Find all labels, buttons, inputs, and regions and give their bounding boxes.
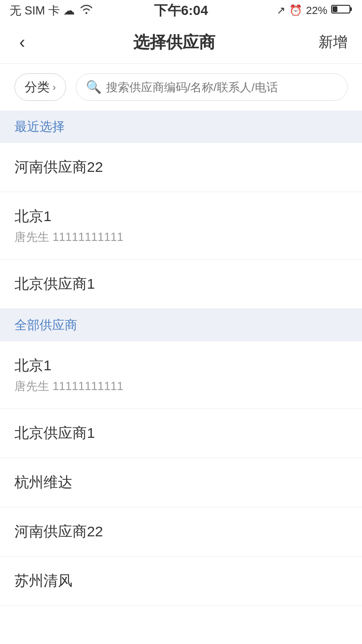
- search-input[interactable]: [106, 81, 337, 94]
- search-icon: 🔍: [86, 80, 101, 95]
- nav-bar: ‹ 选择供应商 新增: [0, 21, 362, 64]
- back-button[interactable]: ‹: [14, 28, 30, 57]
- svg-rect-2: [333, 6, 337, 12]
- list-item[interactable]: 北京1唐先生 11111111111: [0, 341, 362, 409]
- battery-label: 22%: [306, 4, 327, 17]
- item-name: 苏州清风: [14, 571, 348, 591]
- search-area: 分类 › 🔍: [0, 64, 362, 111]
- list-item[interactable]: 北京供应商1: [0, 260, 362, 309]
- status-left: 无 SIM 卡 ☁: [10, 3, 94, 18]
- category-button[interactable]: 分类 ›: [14, 73, 66, 101]
- item-name: 北京供应商1: [14, 423, 348, 443]
- battery-icon: [331, 4, 352, 17]
- alarm-icon: ⏰: [289, 4, 302, 17]
- item-name: 河南供应商22: [14, 522, 348, 542]
- list-item[interactable]: 杭州维达: [0, 458, 362, 507]
- item-name: 杭州维达: [14, 473, 348, 492]
- status-right: ↗ ⏰ 22%: [277, 4, 352, 17]
- item-name: 北京供应商1: [14, 274, 348, 294]
- item-sub: 唐先生 11111111111: [14, 229, 348, 245]
- all-list: 北京1唐先生 11111111111北京供应商1杭州维达河南供应商22苏州清风: [0, 341, 362, 606]
- list-item[interactable]: 北京1唐先生 11111111111: [0, 192, 362, 260]
- svg-rect-1: [350, 7, 352, 11]
- item-sub: 唐先生 11111111111: [14, 378, 348, 394]
- list-item[interactable]: 河南供应商22: [0, 507, 362, 557]
- page-title: 选择供应商: [133, 31, 215, 54]
- item-name: 河南供应商22: [14, 157, 348, 177]
- search-box: 🔍: [76, 73, 348, 101]
- wifi-icon: [79, 4, 94, 17]
- sim-label: 无 SIM 卡 ☁: [10, 3, 75, 18]
- status-time: 下午6:04: [154, 1, 208, 20]
- category-chevron-icon: ›: [53, 82, 56, 93]
- item-name: 北京1: [14, 207, 348, 226]
- status-bar: 无 SIM 卡 ☁ 下午6:04 ↗ ⏰ 22%: [0, 0, 362, 21]
- recent-list: 河南供应商22北京1唐先生 11111111111北京供应商1: [0, 143, 362, 309]
- list-item[interactable]: 河南供应商22: [0, 143, 362, 192]
- list-item[interactable]: 苏州清风: [0, 557, 362, 606]
- location-icon: ↗: [277, 4, 285, 17]
- all-section-header: 全部供应商: [0, 309, 362, 341]
- list-item[interactable]: 北京供应商1: [0, 409, 362, 458]
- add-button[interactable]: 新增: [319, 32, 348, 52]
- recent-section-header: 最近选择: [0, 111, 362, 143]
- item-name: 北京1: [14, 356, 348, 376]
- category-label: 分类: [25, 79, 50, 96]
